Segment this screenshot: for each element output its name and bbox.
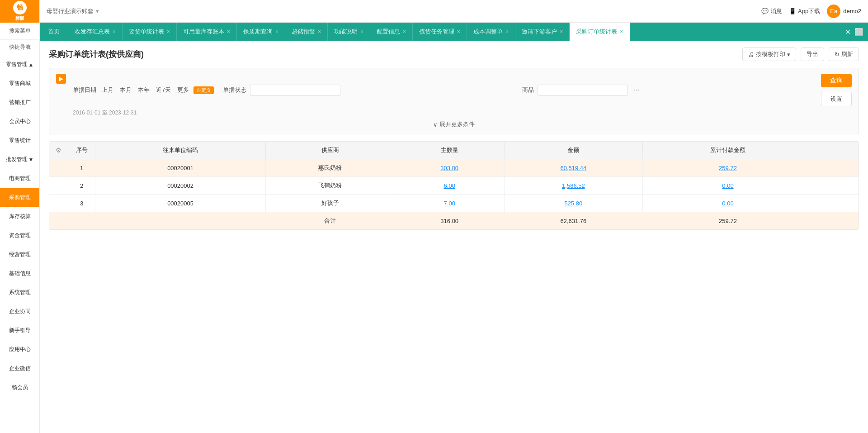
tab-close-peizhi[interactable]: × [403, 29, 406, 35]
sidebar-quick-nav[interactable]: 快捷导航 [0, 40, 39, 55]
btn-template-print[interactable]: 🖨 按模板打印 ▾ [742, 48, 796, 61]
tab-yaoqing[interactable]: 邀请下游客户 × [515, 23, 570, 41]
cell-settings-2 [49, 177, 68, 195]
page: 采购订单统计表(按供应商) 🖨 按模板打印 ▾ 导出 ↻ 刷新 [40, 41, 868, 433]
cell-no-3: 3 [68, 195, 95, 212]
cell-amount-2[interactable]: 1,586.52 [504, 177, 642, 195]
sidebar: 畅 标版 搜索菜单 快捷导航 零售管理 ▲ 零售商城 营销推广 会员中心 零售统… [0, 0, 40, 433]
cell-amount-3[interactable]: 525.80 [504, 195, 642, 212]
cell-paid-1[interactable]: 259.72 [642, 159, 813, 177]
footer-cell-no [68, 212, 95, 230]
col-extra [813, 142, 859, 159]
tab-maximize-icon[interactable]: ⬜ [854, 28, 863, 36]
topbar-user-btn[interactable]: Ea demo2 [827, 5, 861, 18]
sidebar-item-member[interactable]: 会员中心 [0, 112, 39, 131]
page-title-bar: 采购订单统计表(按供应商) 🖨 按模板打印 ▾ 导出 ↻ 刷新 [49, 48, 859, 61]
tab-shoufahuizong[interactable]: 收发存汇总表 × [68, 23, 123, 41]
sidebar-item-retail[interactable]: 零售管理 ▲ [0, 55, 39, 74]
cell-settings-1 [49, 159, 68, 177]
cell-quantity-1[interactable]: 303.00 [395, 159, 504, 177]
tab-baozhi[interactable]: 保质期查询 × [237, 23, 285, 41]
table-body: 1 00020001 惠氏奶粉 303.00 60,519.44 259.72 … [49, 159, 859, 212]
filter-date-ben[interactable]: 本月 [118, 85, 133, 95]
tab-peizhi[interactable]: 配置信息 × [370, 23, 413, 41]
topbar-title: 母婴行业演示账套 ▾ [47, 7, 761, 15]
tab-close-gongneng[interactable]: × [360, 29, 363, 35]
filter-date-gengduo[interactable]: 更多 [175, 85, 191, 95]
footer-cell-settings [49, 212, 68, 230]
cell-amount-1[interactable]: 60,519.44 [504, 159, 642, 177]
cell-quantity-3[interactable]: 7.00 [395, 195, 504, 212]
cell-unit-code-1: 00020001 [95, 159, 266, 177]
col-settings[interactable]: ⚙ [49, 142, 68, 159]
sidebar-item-operation[interactable]: 经营管理 [0, 245, 39, 264]
tab-close-chengben[interactable]: × [505, 29, 509, 35]
topbar-dropdown-icon[interactable]: ▾ [96, 8, 99, 14]
filter-date-shang[interactable]: 上月 [100, 85, 115, 95]
tab-pihuo[interactable]: 拣货任务管理 × [413, 23, 467, 41]
sidebar-item-system[interactable]: 系统管理 [0, 283, 39, 302]
tab-gongneng[interactable]: 功能说明 × [328, 23, 370, 41]
tab-close-shoufahuizong[interactable]: × [113, 29, 116, 35]
filter-toggle-arrow[interactable]: ▶ [56, 74, 66, 84]
filter-query-btn[interactable]: 查询 [821, 74, 852, 87]
sidebar-item-member2[interactable]: 畅会员 [0, 378, 39, 397]
tab-close-all-icon[interactable]: ✕ [845, 28, 851, 36]
footer-cell-unit [95, 212, 266, 230]
filter-expand-btn[interactable]: ∨ 展开更多条件 [433, 120, 475, 128]
sidebar-item-marketing[interactable]: 营销推广 [0, 93, 39, 112]
sidebar-item-retail-stats[interactable]: 零售统计 [0, 131, 39, 150]
topbar-app-download-btn[interactable]: 📱 App下载 [789, 7, 820, 15]
btn-refresh[interactable]: ↻ 刷新 [829, 48, 859, 61]
topbar-msg-btn[interactable]: 💬 消息 [761, 7, 782, 15]
footer-cell-label: 合计 [266, 212, 395, 230]
cell-paid-3[interactable]: 0.00 [642, 195, 813, 212]
filter-date-jin7[interactable]: 近7天 [154, 85, 173, 95]
tab-close-keyongliang[interactable]: × [227, 29, 230, 35]
chevron-down-icon-wholesale: ▼ [28, 157, 34, 163]
sidebar-item-newguide[interactable]: 新手引导 [0, 321, 39, 340]
tab-close-pihuo[interactable]: × [457, 29, 460, 35]
filter-goods-section: 商品 ··· [522, 85, 812, 96]
tab-caigou[interactable]: 采购订单统计表 × [570, 23, 630, 41]
sidebar-item-appcenter[interactable]: 应用中心 [0, 340, 39, 359]
logo-icon: 畅 [13, 1, 27, 14]
sidebar-item-wholesale[interactable]: 批发管理 ▼ [0, 150, 39, 169]
sidebar-item-capital[interactable]: 资金管理 [0, 226, 39, 245]
table-row[interactable]: 3 00020005 好孩子 7.00 525.80 0.00 [49, 195, 859, 212]
table-row[interactable]: 2 00020002 飞鹤奶粉 6.00 1,586.52 0.00 [49, 177, 859, 195]
filter-goods-input[interactable] [538, 85, 628, 96]
sidebar-search-section[interactable]: 搜索菜单 [0, 23, 39, 40]
refresh-icon: ↻ [835, 51, 840, 58]
tab-keyongliang[interactable]: 可用量库存账本 × [177, 23, 237, 41]
sidebar-item-retail-mall[interactable]: 零售商城 [0, 74, 39, 93]
content-area: 采购订单统计表(按供应商) 🖨 按模板打印 ▾ 导出 ↻ 刷新 [40, 41, 868, 433]
sidebar-item-ecommerce[interactable]: 电商管理 [0, 169, 39, 188]
table-settings-icon[interactable]: ⚙ [56, 147, 61, 154]
tab-close-yaohuo[interactable]: × [167, 29, 170, 35]
filter-custom-badge[interactable]: 自定义 [193, 86, 214, 94]
sidebar-item-basic[interactable]: 基础信息 [0, 264, 39, 283]
tab-chengben[interactable]: 成本调整单 × [467, 23, 515, 41]
tab-home[interactable]: 首页 [40, 23, 68, 41]
sidebar-item-purchase[interactable]: 采购管理 [0, 188, 39, 207]
filter-date-benniian[interactable]: 本年 [136, 85, 151, 95]
tab-chaochuyu[interactable]: 超储预警 × [285, 23, 328, 41]
filter-status-select[interactable] [250, 85, 340, 96]
table-row[interactable]: 1 00020001 惠氏奶粉 303.00 60,519.44 259.72 [49, 159, 859, 177]
sidebar-item-wechat[interactable]: 企业微信 [0, 359, 39, 378]
filter-settings-btn[interactable]: 设置 [821, 92, 852, 106]
tab-close-yaoqing[interactable]: × [560, 29, 563, 35]
sidebar-item-enterprise[interactable]: 企业协同 [0, 302, 39, 321]
filter-more-icon[interactable]: ··· [634, 86, 640, 94]
tab-close-caigou[interactable]: × [620, 29, 623, 35]
btn-export[interactable]: 导出 [801, 48, 824, 61]
tab-close-baozhi[interactable]: × [275, 29, 278, 35]
cell-quantity-2[interactable]: 6.00 [395, 177, 504, 195]
tab-yaohuo[interactable]: 要货单统计表 × [123, 23, 177, 41]
tab-close-chaochuyu[interactable]: × [318, 29, 321, 35]
cell-paid-2[interactable]: 0.00 [642, 177, 813, 195]
tabbar-end: ✕ ⬜ [840, 28, 868, 36]
sidebar-item-inventory[interactable]: 库存核算 [0, 207, 39, 226]
sidebar-search-label: 搜索菜单 [2, 27, 37, 35]
